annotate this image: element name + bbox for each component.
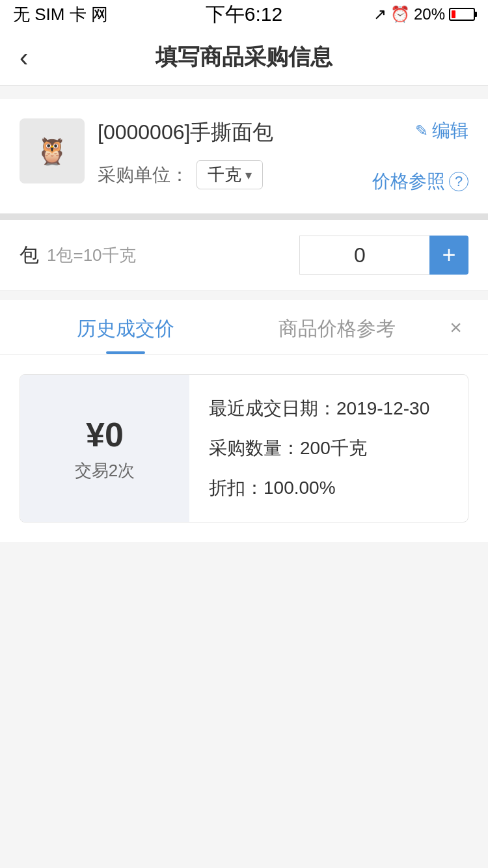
tab-close-button[interactable]: × — [443, 304, 468, 351]
tabs-header: 历史成交价 商品价格参考 × — [0, 300, 488, 355]
status-right: ↗ ⏰ 20% — [373, 5, 475, 23]
status-left: 无 SIM 卡 网 — [13, 3, 108, 26]
location-icon: ↗ — [373, 5, 386, 23]
tab-price-reference[interactable]: 商品价格参考 — [232, 300, 444, 354]
product-name: [0000006]手撕面包 — [98, 118, 372, 147]
transaction-card: ¥0 交易2次 最近成交日期：2019-12-30 采购数量：200千克 折扣：… — [20, 374, 468, 522]
battery-percent: 20% — [414, 5, 445, 23]
transaction-details: 最近成交日期：2019-12-30 采购数量：200千克 折扣：100.00% — [189, 375, 468, 522]
product-header: 🦉 [0000006]手撕面包 采购单位： 千克 ▾ ✎ 编辑 — [20, 118, 468, 194]
product-thumbnail: 🦉 — [20, 118, 85, 183]
transaction-price: ¥0 — [86, 415, 124, 454]
transaction-summary: ¥0 交易2次 — [20, 375, 189, 522]
unit-value: 千克 — [208, 163, 241, 186]
purchase-qty: 采购数量：200千克 — [209, 434, 448, 463]
product-info: [0000006]手撕面包 采购单位： 千克 ▾ — [98, 118, 372, 189]
page-title: 填写商品采购信息 — [156, 42, 332, 72]
purchase-unit-row: 采购单位： 千克 ▾ — [98, 160, 372, 189]
quantity-input-group: + — [299, 236, 468, 275]
plus-icon: + — [442, 241, 455, 269]
divider — [0, 213, 488, 220]
quantity-input[interactable] — [299, 236, 429, 275]
quantity-label: 包 1包=10千克 — [20, 242, 136, 269]
status-bar: 无 SIM 卡 网 下午6:12 ↗ ⏰ 20% — [0, 0, 488, 29]
product-left: 🦉 [0000006]手撕面包 采购单位： 千克 ▾ — [20, 118, 372, 189]
alarm-icon: ⏰ — [390, 5, 410, 23]
price-reference-button[interactable]: 价格参照 ? — [372, 169, 468, 194]
battery-icon — [449, 8, 475, 21]
tabs-section: 历史成交价 商品价格参考 × ¥0 交易2次 最近成交日期：2019-12-30… — [0, 300, 488, 542]
purchase-unit-label: 采购单位： — [98, 163, 189, 187]
back-button[interactable]: ‹ — [20, 44, 28, 70]
unit-conversion: 1包=10千克 — [47, 244, 136, 267]
edit-button[interactable]: ✎ 编辑 — [415, 118, 468, 143]
chevron-down-icon: ▾ — [245, 167, 252, 183]
quantity-row: 包 1包=10千克 + — [0, 220, 488, 291]
transaction-count: 交易2次 — [75, 459, 135, 482]
tab-history-price[interactable]: 历史成交价 — [20, 300, 232, 354]
edit-icon: ✎ — [415, 122, 428, 140]
unit-select[interactable]: 千克 ▾ — [197, 160, 263, 189]
product-actions: ✎ 编辑 价格参照 ? — [372, 118, 468, 194]
recent-date: 最近成交日期：2019-12-30 — [209, 394, 448, 424]
product-logo-icon: 🦉 — [36, 136, 68, 167]
unit-tag: 包 — [20, 242, 39, 269]
product-card: 🦉 [0000006]手撕面包 采购单位： 千克 ▾ ✎ 编辑 — [0, 99, 488, 213]
nav-bar: ‹ 填写商品采购信息 — [0, 29, 488, 86]
status-time: 下午6:12 — [206, 1, 282, 28]
tab-content: ¥0 交易2次 最近成交日期：2019-12-30 采购数量：200千克 折扣：… — [0, 355, 488, 542]
quantity-plus-button[interactable]: + — [429, 236, 468, 275]
discount: 折扣：100.00% — [209, 474, 448, 503]
help-icon: ? — [449, 172, 468, 191]
